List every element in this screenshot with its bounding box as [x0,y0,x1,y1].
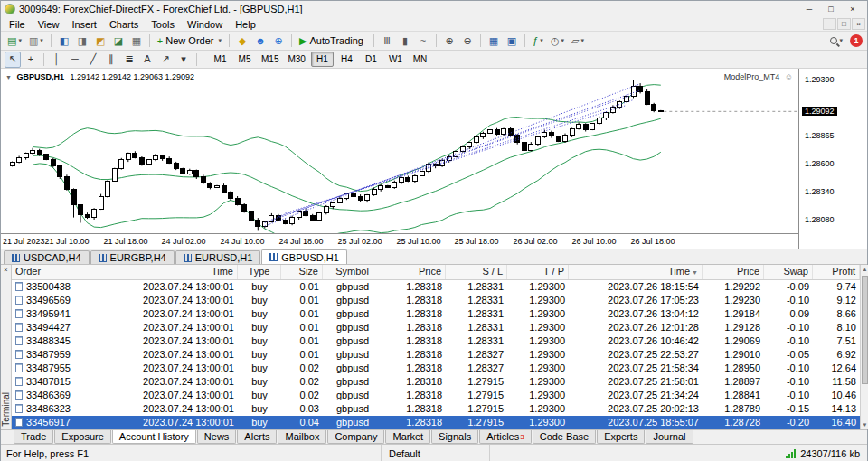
menu-window[interactable]: Window [181,18,229,31]
terminal-button[interactable]: ◪ [110,33,127,49]
mdi-close-button[interactable]: × [852,18,865,30]
history-row[interactable]: 335004382023.07.24 13:00:01buy0.01gbpusd… [12,280,860,294]
chart-window[interactable]: ▼ GBPUSD,H1 1.29142 1.29142 1.29063 1.29… [1,69,867,249]
history-row[interactable]: 334965692023.07.24 13:00:01buy0.01gbpusd… [12,294,860,307]
chart-tab-usdcad-h4[interactable]: USDCAD,H4 [4,250,90,264]
horizontal-line-button[interactable]: ─ [67,52,83,68]
restore-button[interactable]: □ [820,3,842,16]
navigator-button[interactable]: ◩ [92,33,108,49]
website-button[interactable]: ⊕ [270,33,287,49]
autotrading-button[interactable]: ▶AutoTrading [297,33,369,49]
menu-file[interactable]: File [3,18,32,31]
data-window-button[interactable]: ◨ [74,33,90,49]
new-order-button[interactable]: +New Order▾ [155,33,224,49]
column-header-profit[interactable]: Profit [813,265,860,279]
trendline-button[interactable]: ╱ [85,52,101,68]
new-chart-button[interactable]: ▤▾ [5,33,24,49]
chart-line-button[interactable]: ~ [415,33,431,49]
history-row[interactable]: 334883452023.07.24 13:00:01buy0.01gbpusd… [12,334,860,348]
terminal-tab-account-history[interactable]: Account History [112,430,196,444]
column-header-price[interactable]: Price [382,265,446,279]
indicators-button[interactable]: ƒ▾ [530,33,546,49]
column-header-sl[interactable]: S / L [446,265,507,279]
menu-view[interactable]: View [32,18,66,31]
time-axis[interactable]: 21 Jul 202321 Jul 10:0021 Jul 18:0024 Ju… [1,233,800,249]
history-row[interactable]: 334944272023.07.24 13:00:01buy0.01gbpusd… [12,321,860,334]
history-row[interactable]: 334863692023.07.24 13:00:01buy0.02gbpusd… [12,389,860,402]
market-watch-button[interactable]: ◧ [56,33,72,49]
history-row[interactable]: 334879592023.07.24 13:00:01buy0.01gbpusd… [12,348,860,362]
terminal-scrollbar[interactable]: ▲ ▼ [860,265,868,429]
terminal-tab-market[interactable]: Market [385,430,430,444]
periods-button[interactable]: ◷▾ [548,33,567,49]
timeframe-mn[interactable]: MN [409,52,431,67]
terminal-tab-experts[interactable]: Experts [597,430,645,444]
search-button[interactable]: ▾ [827,33,845,49]
timeframe-m5[interactable]: M5 [233,52,256,67]
timeframe-h4[interactable]: H4 [335,52,358,67]
vertical-line-button[interactable]: │ [49,52,65,68]
terminal-tab-signals[interactable]: Signals [431,430,478,444]
cursor-tool-button[interactable]: ↖ [5,52,21,68]
terminal-tab-articles[interactable]: Articles3 [479,430,532,444]
chart-collapse-icon[interactable]: ▼ [5,74,12,80]
column-header-close_price[interactable]: Price [703,265,764,279]
objects-list-button[interactable]: ▾ [175,52,192,68]
timeframe-d1[interactable]: D1 [360,52,382,67]
terminal-tab-alerts[interactable]: Alerts [237,430,277,444]
menu-help[interactable]: Help [229,18,262,31]
zoom-in-button[interactable]: ⊕ [441,33,458,49]
profiles-button[interactable]: ▥▾ [26,33,46,49]
column-header-type[interactable]: Type [238,265,281,279]
history-row[interactable]: 334863232023.07.24 13:00:01buy0.03gbpusd… [12,402,860,416]
strategy-tester-button[interactable]: ▦ [128,33,145,49]
metaeditor-button[interactable]: ◆ [234,33,250,49]
menu-insert[interactable]: Insert [65,18,103,31]
chart-candles-button[interactable]: ▮ [397,33,413,49]
tile-windows-button[interactable]: ▦ [486,33,502,49]
zoom-out-button[interactable]: ⊖ [459,33,476,49]
terminal-tab-code-base[interactable]: Code Base [533,430,596,444]
column-header-open_time[interactable]: Time [118,265,238,279]
notifications-badge[interactable]: 1 [850,34,863,47]
menu-charts[interactable]: Charts [103,18,145,31]
scroll-down-icon[interactable]: ▼ [861,422,868,428]
channel-button[interactable]: ∥ [103,52,119,68]
minimize-button[interactable]: ─ [798,3,820,16]
price-chart[interactable] [1,69,800,233]
chart-tab-eurusd-h1[interactable]: EURUSD,H1 [175,250,261,264]
terminal-vertical-label[interactable]: Terminal [1,392,12,427]
cascade-windows-button[interactable]: ▣ [504,33,520,49]
history-row[interactable]: 334569172023.07.24 13:00:01buy0.04gbpusd… [12,416,860,429]
timeframe-w1[interactable]: W1 [384,52,407,67]
crosshair-tool-button[interactable]: + [23,52,39,68]
terminal-tab-exposure[interactable]: Exposure [54,430,110,444]
terminal-tab-mailbox[interactable]: Mailbox [278,430,326,444]
timeframe-m15[interactable]: M15 [258,52,282,67]
menu-tools[interactable]: Tools [145,18,181,31]
scroll-up-icon[interactable]: ▲ [861,267,868,272]
history-row[interactable]: 334879552023.07.24 13:00:01buy0.02gbpusd… [12,362,860,375]
column-header-close_time[interactable]: Time▼ [569,265,703,279]
text-button[interactable]: A [139,52,156,68]
column-header-order[interactable]: Order [12,265,118,279]
terminal-close-button[interactable]: × [4,266,8,274]
timeframe-m30[interactable]: M30 [284,52,308,67]
timeframe-h1[interactable]: H1 [311,52,334,67]
scrollbar-thumb[interactable] [862,276,868,384]
history-row[interactable]: 334959412023.07.24 13:00:01buy0.01gbpusd… [12,307,860,321]
templates-button[interactable]: ▱▾ [569,33,587,49]
community-button[interactable]: ☻ [252,33,269,49]
column-header-swap[interactable]: Swap [764,265,813,279]
fibonacci-button[interactable]: ≣ [121,52,137,68]
close-button[interactable]: × [842,3,863,16]
timeframe-m1[interactable]: M1 [209,52,231,67]
chart-tab-gbpusd-h1[interactable]: GBPUSD,H1 [261,249,347,264]
chart-bars-button[interactable]: Ⅲ [379,33,395,49]
terminal-tab-trade[interactable]: Trade [14,430,53,444]
chart-tab-eurgbp-h4[interactable]: EURGBP,H4 [90,250,175,264]
terminal-tab-news[interactable]: News [197,430,237,444]
column-header-symbol[interactable]: Symbol [323,265,382,279]
column-header-size[interactable]: Size [281,265,323,279]
column-header-tp[interactable]: T / P [507,265,569,279]
